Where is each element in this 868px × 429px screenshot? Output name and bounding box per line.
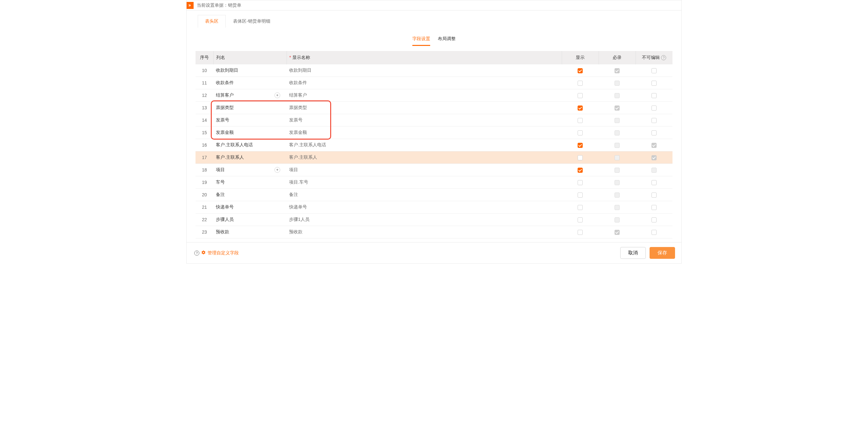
seq-cell: 21 [195, 201, 213, 213]
show-checkbox[interactable] [578, 143, 583, 148]
display-name-cell[interactable]: 项目.车号 [286, 176, 562, 189]
display-name-cell[interactable]: 客户.主联系人电话 [286, 139, 562, 151]
display-name-cell[interactable]: 发票号 [286, 114, 562, 126]
noedit-checkbox[interactable] [651, 93, 657, 98]
noedit-checkbox[interactable] [651, 180, 657, 185]
noedit-checkbox[interactable] [651, 205, 657, 210]
display-name-cell[interactable]: 收款条件 [286, 77, 562, 89]
show-checkbox[interactable] [578, 205, 583, 210]
table-row[interactable]: 21快递单号快递单号 [195, 201, 673, 213]
table-row[interactable]: 15发票金额发票金额 [195, 126, 673, 139]
table-row[interactable]: 23预收款预收款 [195, 226, 673, 238]
name-cell: 客户.主联系人电话 [213, 139, 286, 151]
show-checkbox[interactable] [578, 131, 583, 136]
display-name-cell[interactable]: 收款到期日 [286, 64, 562, 77]
column-name-label: 项目 [216, 167, 225, 173]
col-header-show: 显示 [562, 51, 599, 64]
required-asterisk-icon: * [289, 55, 291, 60]
seq-cell: 19 [195, 176, 213, 189]
plus-icon[interactable]: + [275, 92, 280, 98]
noedit-checkbox[interactable] [651, 230, 657, 235]
help-icon[interactable]: ? [194, 251, 199, 256]
name-cell: 备注 [213, 189, 286, 201]
show-checkbox[interactable] [578, 81, 583, 86]
display-name-cell[interactable]: 预收款 [286, 226, 562, 238]
seq-cell: 15 [195, 126, 213, 139]
required-checkbox [615, 230, 620, 235]
cancel-button[interactable]: 取消 [620, 247, 646, 259]
seq-cell: 18 [195, 164, 213, 176]
show-checkbox[interactable] [578, 68, 583, 73]
required-checkbox [615, 168, 620, 173]
noedit-checkbox[interactable] [651, 118, 657, 123]
noedit-checkbox [651, 168, 657, 173]
display-name-cell[interactable]: 项目 [286, 164, 562, 176]
table-row[interactable]: 10收款到期日收款到期日 [195, 64, 673, 77]
show-checkbox[interactable] [578, 180, 583, 185]
show-checkbox[interactable] [578, 230, 583, 235]
manage-custom-fields-link[interactable]: 管理自定义字段 [208, 250, 239, 256]
expand-icon[interactable] [187, 2, 194, 9]
table-row[interactable]: 19车号项目.车号 [195, 176, 673, 189]
noedit-checkbox[interactable] [651, 193, 657, 198]
show-checkbox[interactable] [578, 218, 583, 223]
display-name-cell[interactable]: 结算客户 [286, 89, 562, 102]
required-checkbox [615, 155, 620, 160]
tab-header-area[interactable]: 表头区 [198, 15, 226, 28]
table-row[interactable]: 14发票号发票号 [195, 114, 673, 126]
noedit-checkbox[interactable] [651, 106, 657, 111]
show-checkbox[interactable] [578, 168, 583, 173]
col-header-name: 列名 [213, 51, 286, 64]
required-checkbox [615, 218, 620, 223]
help-icon[interactable]: ? [661, 55, 666, 60]
required-checkbox [615, 118, 620, 123]
seq-cell: 10 [195, 64, 213, 77]
required-checkbox [615, 193, 620, 198]
show-checkbox[interactable] [578, 193, 583, 198]
noedit-checkbox[interactable] [651, 218, 657, 223]
name-cell: 收款条件 [213, 77, 286, 89]
table-row[interactable]: 18项目+项目 [195, 164, 673, 176]
show-checkbox[interactable] [578, 118, 583, 123]
required-checkbox [615, 131, 620, 136]
table-row[interactable]: 13票据类型票据类型 [195, 102, 673, 114]
display-name-cell[interactable]: 发票金额 [286, 126, 562, 139]
table-row[interactable]: 20备注备注 [195, 189, 673, 201]
required-checkbox [615, 205, 620, 210]
table-row[interactable]: 17客户.主联系人客户.主联系人 [195, 151, 673, 164]
sub-tabs: 字段设置 布局调整 [192, 35, 676, 46]
name-cell: 票据类型 [213, 102, 286, 114]
plus-icon[interactable]: + [275, 167, 280, 173]
show-checkbox[interactable] [578, 93, 583, 98]
sub-tab-field-settings[interactable]: 字段设置 [412, 35, 430, 46]
table-row[interactable]: 11收款条件收款条件 [195, 77, 673, 89]
col-header-required: 必录 [599, 51, 636, 64]
display-name-cell[interactable]: 快递单号 [286, 201, 562, 213]
table-row[interactable]: 16客户.主联系人电话客户.主联系人电话 [195, 139, 673, 151]
display-name-cell[interactable]: 步骤1人员 [286, 213, 562, 226]
table-row[interactable]: 22步骤人员步骤1人员 [195, 213, 673, 226]
column-name-label: 预收款 [216, 229, 229, 235]
column-name-label: 结算客户 [216, 92, 234, 98]
display-name-cell[interactable]: 票据类型 [286, 102, 562, 114]
name-cell: 预收款 [213, 226, 286, 238]
tab-body-area[interactable]: 表体区-销货单明细 [226, 15, 278, 28]
col-header-display-name: *显示名称 [286, 51, 562, 64]
seq-cell: 13 [195, 102, 213, 114]
name-cell: 客户.主联系人 [213, 151, 286, 164]
save-button[interactable]: 保存 [650, 247, 675, 259]
display-name-cell[interactable]: 客户.主联系人 [286, 151, 562, 164]
display-name-cell[interactable]: 备注 [286, 189, 562, 201]
main-tabs: 表头区 表体区-销货单明细 [187, 15, 681, 28]
noedit-checkbox[interactable] [651, 81, 657, 86]
seq-cell: 12 [195, 89, 213, 102]
required-checkbox [615, 180, 620, 185]
show-checkbox[interactable] [578, 155, 583, 160]
sub-tab-layout-adjust[interactable]: 布局调整 [438, 35, 456, 46]
noedit-checkbox[interactable] [651, 68, 657, 73]
show-checkbox[interactable] [578, 106, 583, 111]
column-name-label: 发票号 [216, 117, 229, 123]
col-header-seq: 序号 [195, 51, 213, 64]
noedit-checkbox[interactable] [651, 131, 657, 136]
table-row[interactable]: 12结算客户+结算客户 [195, 89, 673, 102]
